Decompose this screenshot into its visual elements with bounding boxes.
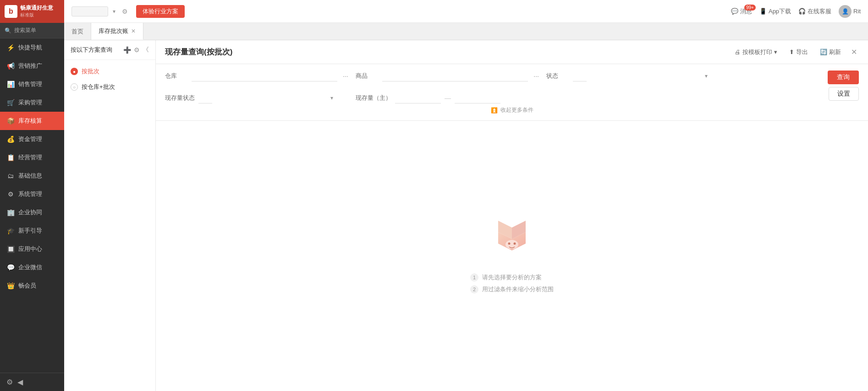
sidebar-header: b 畅康通好生意 标准版 [0, 0, 64, 23]
app-download-label: App下载 [769, 7, 791, 16]
status-label: 状态 [546, 72, 569, 80]
empty-tips: 1 请先选择要分析的方案 2 用过滤条件来缩小分析范围 [470, 273, 554, 293]
sidebar-item-member[interactable]: 👑 畅会员 [0, 277, 64, 295]
filter-warehouse-field: 仓库 ··· [165, 71, 348, 81]
inactive-dot-icon: ○ [71, 83, 78, 91]
sidebar-item-label: 库存核算 [18, 117, 42, 125]
refresh-btn[interactable]: 🔄 刷新 [816, 46, 845, 58]
search-menu[interactable]: 🔍 搜索菜单 [0, 23, 64, 38]
print-label: 按模板打印 [742, 48, 772, 56]
product-label: 商品 [356, 72, 379, 80]
sidebar-item-system[interactable]: ⚙ 系统管理 [0, 185, 64, 203]
collapse-sidebar-icon[interactable]: ◀ [17, 378, 23, 386]
warehouse-label: 仓库 [165, 72, 188, 80]
sidebar-item-inventory[interactable]: 📦 库存核算 [0, 112, 64, 130]
sidebar-item-label: 销售管理 [18, 80, 42, 88]
empty-state: 1 请先选择要分析的方案 2 用过滤条件来缩小分析范围 [156, 121, 868, 391]
content-area: 按以下方案查询 ➕ ⚙ 《 ● 按批次 ○ 按仓库+批次 [64, 40, 868, 391]
query-btn[interactable]: 查询 [828, 71, 859, 84]
sidebar-bottom: ⚙ ◀ [0, 373, 64, 391]
sidebar-item-label: 资金管理 [18, 135, 42, 143]
app-logo: b [5, 5, 17, 18]
tip-num-2: 2 [470, 285, 478, 293]
scheme-by-batch[interactable]: ● 按批次 [64, 64, 155, 79]
breadcrumb-input[interactable] [71, 6, 108, 16]
export-btn[interactable]: ⬆ 导出 [786, 46, 812, 58]
svg-point-5 [514, 243, 516, 245]
company-name: 畅康通好生意 [20, 5, 53, 12]
active-dot-icon: ● [71, 68, 78, 75]
sidebar-item-enterprise[interactable]: 🏢 企业协同 [0, 203, 64, 222]
operations-icon: 📋 [6, 153, 15, 162]
page-header-actions: 🖨 按模板打印 ▾ ⬆ 导出 🔄 刷新 ✕ [731, 46, 859, 58]
manage-scheme-icon[interactable]: ⚙ [134, 46, 140, 54]
status-select[interactable] [573, 71, 587, 81]
sidebar-item-sales[interactable]: 📊 销售管理 [0, 75, 64, 93]
collapse-bar[interactable]: ⏫ 收起更多条件 [165, 103, 859, 114]
sidebar-item-purchase[interactable]: 🛒 采购管理 [0, 93, 64, 112]
tab-inventory-batch[interactable]: 库存批次账 ✕ [91, 23, 143, 40]
stock-status-select[interactable] [198, 92, 212, 103]
filter-row-1: 仓库 ··· 商品 ··· [165, 71, 820, 81]
stock-qty-from[interactable] [395, 92, 441, 103]
message-icon: 💬 [731, 8, 738, 15]
phone-icon: 📱 [759, 8, 767, 15]
product-input[interactable] [382, 71, 528, 81]
filter-row-2: 现存量状态 现存量（主） [165, 92, 820, 103]
sidebar-item-label: 系统管理 [18, 190, 42, 198]
filter-area: 仓库 ··· 商品 ··· [156, 64, 868, 121]
collapse-label: 收起更多条件 [500, 106, 533, 114]
left-panel-items: ● 按批次 ○ 按仓库+批次 [64, 60, 155, 98]
member-icon: 👑 [6, 282, 15, 290]
scheme-by-batch-label: 按批次 [82, 67, 99, 76]
stock-status-select-wrapper [198, 92, 336, 103]
scheme-by-warehouse-batch[interactable]: ○ 按仓库+批次 [64, 79, 155, 95]
print-btn[interactable]: 🖨 按模板打印 ▾ [731, 46, 781, 58]
sidebar-item-basic[interactable]: 🗂 基础信息 [0, 167, 64, 185]
sidebar-item-operations[interactable]: 📋 经营管理 [0, 148, 64, 167]
topbar-gear-icon[interactable]: ⚙ [122, 8, 128, 15]
sidebar-item-label: 企业协同 [18, 208, 42, 217]
print-chevron-icon[interactable]: ▾ [774, 49, 777, 55]
main-area: ▾ ⚙ 体验行业方案 💬 消息 99+ 📱 App下载 🎧 在线客服 👤 [64, 0, 868, 391]
stock-qty-label: 现存量（主） [356, 94, 391, 102]
sidebar-item-label: 新手引导 [18, 227, 42, 235]
edition-label: 标准版 [20, 12, 53, 18]
left-panel-icons: ➕ ⚙ 《 [123, 46, 149, 54]
message-action[interactable]: 💬 消息 99+ [731, 7, 752, 16]
sidebar-item-finance[interactable]: 💰 资金管理 [0, 130, 64, 148]
tab-home[interactable]: 首页 [64, 23, 91, 40]
warehouse-dots[interactable]: ··· [343, 72, 348, 80]
quick-nav-icon: ⚡ [6, 43, 15, 52]
stock-qty-to[interactable] [455, 92, 500, 103]
sidebar-item-label: 应用中心 [18, 245, 42, 253]
collapse-panel-icon[interactable]: 《 [143, 46, 149, 54]
product-dots[interactable]: ··· [533, 72, 539, 80]
close-panel-btn[interactable]: ✕ [849, 46, 859, 58]
inventory-icon: 📦 [6, 117, 15, 125]
online-service-action[interactable]: 🎧 在线客服 [798, 7, 831, 16]
tab-close-icon[interactable]: ✕ [131, 28, 136, 34]
sidebar-item-quick-nav[interactable]: ⚡ 快捷导航 [0, 38, 64, 57]
settings-icon[interactable]: ⚙ [6, 378, 13, 386]
tab-home-label: 首页 [71, 27, 83, 36]
settings-btn[interactable]: 设置 [829, 87, 859, 101]
warehouse-input[interactable] [192, 71, 337, 81]
sidebar-item-wechat[interactable]: 💬 企业微信 [0, 258, 64, 277]
left-panel-header: 按以下方案查询 ➕ ⚙ 《 [64, 40, 155, 60]
experience-btn[interactable]: 体验行业方案 [136, 5, 185, 18]
sidebar-item-app-center[interactable]: 🔲 应用中心 [0, 240, 64, 258]
wechat-icon: 💬 [6, 263, 15, 272]
scheme-by-warehouse-batch-label: 按仓库+批次 [82, 83, 115, 91]
right-content: 现存量查询(按批次) 🖨 按模板打印 ▾ ⬆ 导出 🔄 刷新 [156, 40, 868, 391]
sidebar-item-newbie[interactable]: 🎓 新手引导 [0, 222, 64, 240]
avatar-placeholder: 👤 [842, 8, 849, 15]
sidebar-item-marketing[interactable]: 📢 营销推广 [0, 57, 64, 75]
topbar-chevron-icon[interactable]: ▾ [113, 8, 115, 15]
filter-product-field: 商品 ··· [356, 71, 539, 81]
user-name: Rit [853, 8, 861, 15]
app-center-icon: 🔲 [6, 245, 15, 253]
add-scheme-icon[interactable]: ➕ [123, 46, 131, 54]
app-download-action[interactable]: 📱 App下载 [759, 7, 791, 16]
user-action[interactable]: 👤 Rit [839, 5, 861, 18]
